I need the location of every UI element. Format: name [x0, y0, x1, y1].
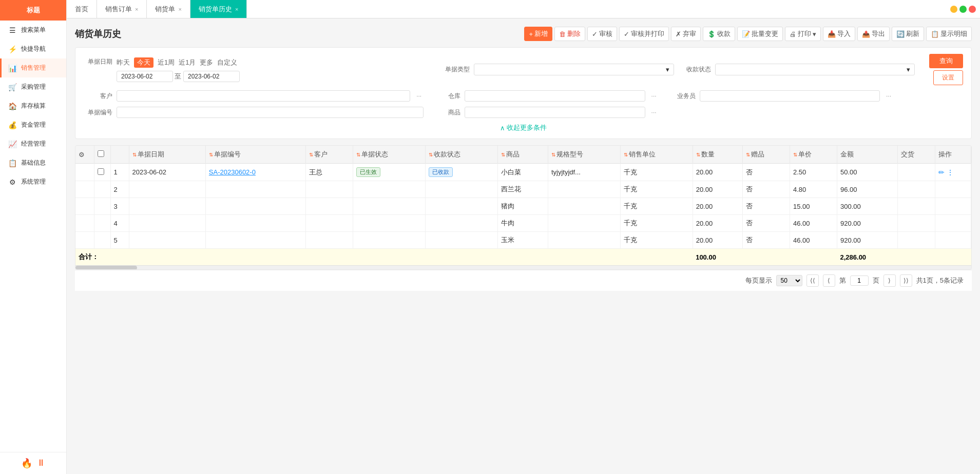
collect-button[interactable]: 💲 收款 [703, 27, 735, 41]
th-payment-status[interactable]: ⇅ 收款状态 [426, 146, 498, 164]
th-amount-label: 金额 [840, 150, 854, 158]
sidebar-item-purchase-mgmt[interactable]: 🛒 采购管理 [0, 77, 66, 96]
cell-settings [75, 164, 94, 181]
tab-sales-history[interactable]: 销货单历史 × [190, 0, 247, 18]
sidebar-item-sales-mgmt[interactable]: 📊 销售管理 [0, 58, 66, 77]
product-filter-input[interactable] [465, 107, 645, 118]
cell-unit: 千克 [620, 164, 693, 181]
cell-payment-status [426, 198, 498, 215]
product-ellipsis[interactable]: ··· [649, 109, 659, 116]
summary-empty3 [790, 249, 837, 266]
tab-sales-order[interactable]: 销售订单 × [97, 0, 147, 18]
refresh-button[interactable]: 🔄 刷新 [892, 27, 924, 41]
select-all-checkbox[interactable] [98, 150, 104, 157]
th-unit[interactable]: ⇅ 销售单位 [620, 146, 693, 164]
add-icon: + [529, 30, 533, 38]
th-product[interactable]: ⇅ 商品 [498, 146, 548, 164]
shortcut-today[interactable]: 今天 [134, 57, 153, 68]
import-icon: 📥 [828, 30, 836, 38]
warehouse-input[interactable] [465, 90, 645, 102]
page-content: 销货单历史 + 新增 🗑 删除 ✓ 审核 ✓ 审核并打印 ✗ 弃审 [67, 18, 980, 474]
sidebar-item-inventory[interactable]: 🏠 库存核算 [0, 96, 66, 115]
doc-type-select[interactable]: ▾ [474, 64, 674, 75]
th-doc-date[interactable]: ⇅ 单据日期 [129, 146, 205, 164]
doc-no-link[interactable]: SA-20230602-0 [209, 168, 256, 176]
export-button[interactable]: 📤 导出 [857, 27, 890, 41]
tab-sales-history-close[interactable]: × [235, 6, 238, 12]
prev-page-btn[interactable]: ⟨ [823, 274, 835, 287]
sidebar-item-search-menu[interactable]: ☰ 搜索菜单 [0, 21, 66, 40]
shortcut-more[interactable]: 更多 [200, 58, 213, 67]
first-page-btn[interactable]: ⟨⟨ [806, 274, 819, 287]
th-unit-price-label: 单价 [798, 150, 812, 159]
window-close-btn[interactable] [969, 6, 976, 13]
shortcut-last1month[interactable]: 近1月 [179, 58, 196, 67]
th-spec[interactable]: ⇅ 规格型号 [548, 146, 620, 164]
audit-button[interactable]: ✓ 审核 [587, 27, 617, 41]
settings-gear-icon[interactable]: ⚙ [79, 151, 85, 159]
query-button[interactable]: 查询 [929, 54, 963, 68]
sidebar-pause-btn[interactable]: ⏸ [36, 458, 46, 469]
customer-input[interactable] [117, 90, 410, 102]
sidebar-item-basic-info[interactable]: 📋 基础信息 [0, 153, 66, 172]
more-action-btn[interactable]: ⋮ [947, 168, 954, 176]
per-page-select[interactable]: 50 100 200 [776, 275, 802, 286]
delete-button[interactable]: 🗑 删除 [554, 27, 585, 41]
summary-empty [129, 249, 693, 266]
sidebar-item-quick-nav[interactable]: ⚡ 快捷导航 [0, 40, 66, 58]
th-unit-price[interactable]: ⇅ 单价 [790, 146, 837, 164]
next-page-btn[interactable]: ⟩ [883, 274, 896, 287]
settings-button[interactable]: 设置 [933, 70, 963, 85]
th-gift[interactable]: ⇅ 赠品 [742, 146, 790, 164]
sidebar-item-finance[interactable]: 💰 资金管理 [0, 115, 66, 134]
payment-status-select[interactable]: ▾ [715, 64, 915, 75]
row-checkbox[interactable] [98, 168, 104, 175]
sidebar-fire-btn[interactable]: 🔥 [21, 458, 32, 469]
window-maximize-btn[interactable] [959, 6, 967, 13]
import-label: 导入 [837, 29, 851, 38]
batch-change-button[interactable]: 📝 批量变更 [737, 27, 783, 41]
tab-sales-order-close[interactable]: × [135, 6, 138, 12]
scrollbar-thumb[interactable] [75, 266, 137, 270]
business-input[interactable] [700, 90, 880, 102]
cell-gift: 否 [742, 198, 790, 215]
warehouse-ellipsis[interactable]: ··· [649, 92, 659, 100]
tab-home[interactable]: 首页 [67, 0, 97, 18]
sidebar-item-operations[interactable]: 📈 经营管理 [0, 134, 66, 153]
th-settings[interactable]: ⚙ [75, 146, 94, 164]
add-button[interactable]: + 新增 [524, 27, 552, 41]
shortcut-custom[interactable]: 自定义 [217, 58, 237, 67]
edit-action-btn[interactable]: ✏ [938, 168, 945, 176]
cell-action: ✏⋮ [935, 164, 971, 181]
date-from-input[interactable] [117, 71, 173, 82]
import-button[interactable]: 📥 导入 [823, 27, 855, 41]
show-detail-button[interactable]: 📋 显示明细 [926, 27, 972, 41]
cell-amount: 50.00 [837, 164, 898, 181]
audit-print-button[interactable]: ✓ 审核并打印 [619, 27, 669, 41]
th-doc-no[interactable]: ⇅ 单据编号 [205, 146, 306, 164]
shortcut-last7[interactable]: 近1周 [158, 58, 175, 67]
customer-ellipsis[interactable]: ··· [414, 92, 424, 100]
business-ellipsis[interactable]: ··· [884, 92, 893, 100]
th-customer[interactable]: ⇅ 客户 [306, 146, 353, 164]
current-page-input[interactable] [850, 275, 869, 286]
shortcut-yesterday[interactable]: 昨天 [117, 58, 130, 67]
th-qty[interactable]: ⇅ 数量 [693, 146, 742, 164]
collapse-button[interactable]: ∧ 收起更多条件 [500, 123, 547, 132]
tab-home-label: 首页 [75, 5, 88, 14]
window-minimize-btn[interactable] [950, 6, 957, 13]
doc-no-input[interactable] [117, 107, 424, 118]
audit-print-icon: ✓ [624, 30, 629, 38]
tab-sales-delivery[interactable]: 销货单 × [147, 0, 190, 18]
th-qty-label: 数量 [701, 150, 715, 159]
th-doc-status[interactable]: ⇅ 单据状态 [353, 146, 426, 164]
print-dropdown-icon[interactable]: ▾ [813, 30, 816, 38]
abandon-button[interactable]: ✗ 弃审 [671, 27, 701, 41]
sidebar-item-sys-mgmt[interactable]: ⚙ 系统管理 [0, 172, 66, 191]
horizontal-scrollbar[interactable] [75, 265, 971, 269]
table-row: 5 玉米 千克 20.00 否 46.00 920.00 [75, 232, 971, 249]
print-button[interactable]: 🖨 打印 ▾ [785, 27, 821, 41]
tab-sales-delivery-close[interactable]: × [178, 6, 181, 12]
last-page-btn[interactable]: ⟩⟩ [900, 274, 912, 287]
date-to-input[interactable] [183, 71, 240, 82]
